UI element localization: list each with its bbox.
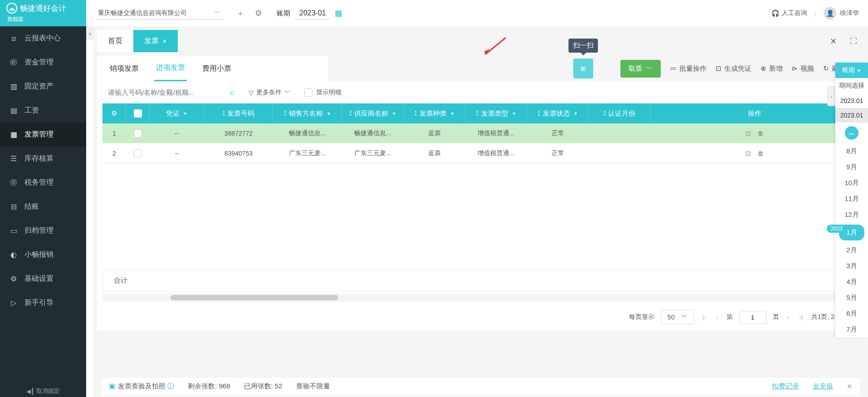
tab-home[interactable]: 首页 bbox=[97, 30, 133, 52]
headset-icon: 🎧 bbox=[771, 10, 779, 17]
tax-icon: ㊪ bbox=[9, 178, 18, 187]
period-month[interactable]: 4月 bbox=[835, 274, 868, 290]
sidebar-item-archive[interactable]: ▭归档管理 bbox=[0, 219, 86, 243]
topbar-right: 🎧 人工咨询 | 👤 徐泽华 bbox=[771, 7, 859, 20]
col-checkall[interactable] bbox=[126, 103, 150, 123]
next-page-button[interactable]: › bbox=[785, 314, 791, 321]
close-tabs-button[interactable]: ✕ bbox=[825, 34, 841, 49]
period-year-start[interactable]: 2023.01 bbox=[835, 93, 868, 108]
batch-action-button[interactable]: ≔批量操作 bbox=[670, 64, 707, 73]
last-page-button[interactable]: ›| bbox=[797, 314, 805, 321]
period-month[interactable]: 9月 bbox=[835, 159, 868, 175]
col-voucher[interactable]: 凭证▼ bbox=[150, 103, 204, 123]
sidebar-item-report[interactable]: ⧄云报表中心 bbox=[0, 26, 86, 50]
period-year-end[interactable]: 2023.01 bbox=[835, 108, 868, 123]
bottom-bar: ▣发票查验及拍照 ⓘ 剩余张数: 968 已用张数: 52 查验不限量 扣费记录… bbox=[102, 377, 860, 395]
sub-tab-bar: 销项发票 进项发票 费用小票 ⊞ 扫一扫 取票﹀ ≔批量操作 ⊡生成凭证 ⊕新增… bbox=[97, 56, 864, 81]
fullscreen-button[interactable]: ⛶ bbox=[845, 34, 861, 49]
period-panel-handle[interactable]: ‹ bbox=[827, 86, 835, 106]
col-kind[interactable]: ▲▼发票种类▼ bbox=[404, 103, 465, 123]
close-icon[interactable]: ✕ bbox=[162, 38, 167, 44]
period-month[interactable]: 5月 bbox=[835, 290, 868, 306]
view-icon[interactable]: ⊡ bbox=[746, 130, 751, 137]
page-input[interactable] bbox=[739, 311, 766, 324]
brand-name: 畅捷通好会计 bbox=[20, 3, 66, 14]
period-month[interactable]: 6月 bbox=[835, 306, 868, 322]
play-icon: ⊳ bbox=[792, 64, 798, 73]
sidebar-scroll-hint[interactable]: ▴ bbox=[86, 26, 93, 40]
per-page-select[interactable]: 50﹀ bbox=[661, 310, 694, 324]
period-month[interactable]: 10月 bbox=[835, 175, 868, 191]
sidebar-item-settings[interactable]: ⚙基础设置 bbox=[0, 267, 86, 291]
sidebar-item-guide[interactable]: ▷新手引导 bbox=[0, 291, 86, 315]
sidebar-item-asset[interactable]: ▥固定资产 bbox=[0, 74, 86, 98]
sidebar-item-reimburse[interactable]: ◐小畅报销 bbox=[0, 243, 86, 267]
period-month[interactable]: 11月 bbox=[835, 191, 868, 207]
add-company-button[interactable]: ＋ bbox=[234, 7, 247, 20]
delete-icon[interactable]: 🗑 bbox=[757, 130, 764, 137]
fetch-invoice-button[interactable]: 取票﹀ bbox=[620, 60, 661, 78]
subtab-expense[interactable]: 费用小票 bbox=[200, 57, 233, 81]
sidebar-unpin[interactable]: ◀┃取消固定 bbox=[0, 387, 86, 395]
sidebar-item-invoice[interactable]: ▦发票管理 bbox=[0, 123, 86, 147]
col-number[interactable]: ▲▼发票号码 bbox=[204, 103, 273, 123]
period-month[interactable]: 8月 bbox=[835, 143, 868, 159]
fee-log-link[interactable]: 扣费记录 bbox=[772, 382, 799, 391]
prev-page-button[interactable]: ‹ bbox=[714, 314, 720, 321]
company-selector[interactable]: 重庆畅捷交通信息咨询有限公司 ﹀ bbox=[95, 7, 223, 20]
user-menu[interactable]: 👤 徐泽华 bbox=[824, 7, 859, 20]
subtab-purchase[interactable]: 进项发票 bbox=[154, 56, 187, 81]
calendar-icon[interactable]: ▦ bbox=[332, 7, 345, 20]
subtab-sales[interactable]: 销项发票 bbox=[108, 57, 141, 81]
period-month[interactable]: 12月 bbox=[835, 207, 868, 223]
sidebar-item-close[interactable]: ⊟结账 bbox=[0, 195, 86, 219]
col-seller[interactable]: ▲▼销售方名称▼ bbox=[273, 103, 342, 123]
period-month[interactable]: 2月 bbox=[835, 242, 868, 258]
period-panel-title: 期间选择 bbox=[835, 78, 868, 93]
period-value[interactable]: 2023-01 bbox=[296, 7, 330, 20]
first-page-button[interactable]: |‹ bbox=[701, 314, 708, 321]
close-icon[interactable]: ✕ bbox=[847, 382, 853, 391]
col-month[interactable]: ▲▼认证月份 bbox=[589, 103, 650, 123]
sort-icon: ▲▼ bbox=[414, 110, 418, 117]
gen-voucher-button[interactable]: ⊡生成凭证 bbox=[716, 64, 751, 73]
tab-invoice[interactable]: 发票✕ bbox=[133, 30, 178, 52]
col-status[interactable]: ▲▼发票状态▼ bbox=[527, 103, 589, 123]
sidebar-item-salary[interactable]: ▤工资 bbox=[0, 98, 86, 123]
search-icon[interactable]: ⌕ bbox=[230, 88, 235, 97]
search-input[interactable] bbox=[108, 88, 225, 96]
avatar-icon: 👤 bbox=[824, 7, 836, 20]
add-button[interactable]: ⊕新增 bbox=[761, 64, 783, 73]
brand-block: ☁ 畅捷通好会计 旗舰版 bbox=[0, 0, 86, 26]
scan-button[interactable]: ⊞ 扫一扫 bbox=[573, 59, 593, 78]
col-settings[interactable]: ⚙ bbox=[102, 103, 126, 123]
show-detail-toggle[interactable]: 显示明细 bbox=[304, 88, 341, 97]
period-month[interactable]: 3月 bbox=[835, 258, 868, 274]
horizontal-scrollbar[interactable] bbox=[102, 294, 859, 302]
recharge-link[interactable]: 去充值 bbox=[813, 382, 833, 391]
verify-link[interactable]: ▣发票查验及拍照 ⓘ bbox=[109, 382, 174, 391]
period-month[interactable]: 7月 bbox=[835, 322, 868, 338]
filter-icon: ▼ bbox=[512, 111, 517, 116]
period-panel-header[interactable]: 账期▼ bbox=[835, 63, 868, 78]
support-link[interactable]: 🎧 人工咨询 bbox=[771, 9, 807, 17]
delete-icon[interactable]: 🗑 bbox=[757, 150, 764, 157]
view-icon[interactable]: ⊡ bbox=[746, 150, 751, 157]
settings-icon[interactable]: ⚙ bbox=[252, 7, 265, 20]
scroll-thumb[interactable] bbox=[171, 295, 338, 300]
video-button[interactable]: ⊳视频 bbox=[792, 64, 814, 73]
table-row[interactable]: 1 -- 38872772 畅捷通信息... 畅捷通信息... 蓝票 增值税普通… bbox=[102, 123, 859, 143]
sidebar-item-tax[interactable]: ㊪税务管理 bbox=[0, 171, 86, 195]
more-filter-button[interactable]: ▽更多条件﹀ bbox=[249, 88, 291, 97]
table-row[interactable]: 2 -- 83940753 广东三元麦... 广东三元麦... 蓝票 增值税普通… bbox=[102, 143, 859, 163]
sort-icon: ▲▼ bbox=[222, 110, 226, 117]
list-icon: ≔ bbox=[670, 64, 677, 73]
plus-icon: ⊕ bbox=[761, 64, 766, 73]
sidebar-item-fund[interactable]: ㊖资金管理 bbox=[0, 50, 86, 74]
sidebar-item-stock[interactable]: ☰库存核算 bbox=[0, 147, 86, 171]
filter-icon: ▼ bbox=[392, 111, 396, 116]
col-supplier[interactable]: ▲▼供应商名称▼ bbox=[342, 103, 404, 123]
scroll-up-button[interactable]: ︽ bbox=[845, 126, 858, 140]
col-type[interactable]: ▲▼发票类型▼ bbox=[465, 103, 527, 123]
col-op: 操作 bbox=[650, 103, 859, 123]
